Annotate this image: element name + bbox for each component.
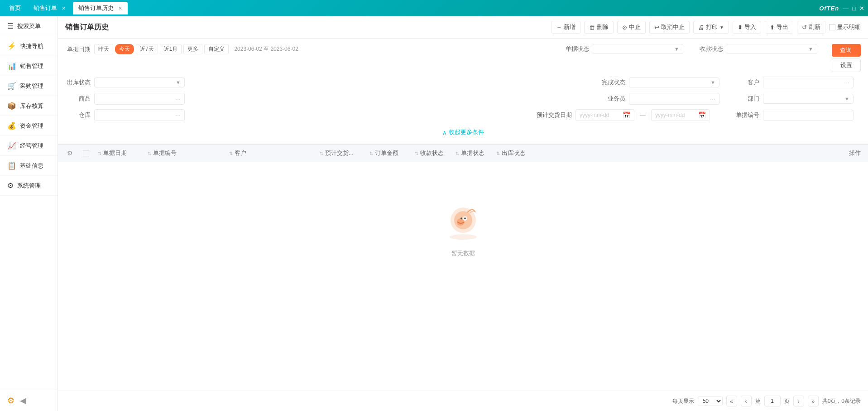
salesperson-ellipsis-icon[interactable]: ···	[710, 95, 715, 102]
import-button[interactable]: ⬇ 导入	[733, 21, 761, 34]
salesperson-input[interactable]: ···	[629, 93, 719, 105]
th-bill-status[interactable]: ⇅ 单据状态	[452, 149, 493, 157]
delete-button[interactable]: 🗑 删除	[584, 21, 614, 34]
yesterday-btn[interactable]: 昨天	[94, 44, 113, 54]
collapse-button[interactable]: ∧ 收起更多条件	[441, 126, 486, 138]
th-amount[interactable]: ⇅ 订单金额	[366, 149, 411, 157]
receipt-status-select[interactable]: ▼	[727, 44, 817, 54]
cancel-stop-button[interactable]: ↩ 取消中止	[649, 21, 690, 34]
sidebar-item-operations[interactable]: 📈 经营管理	[0, 136, 58, 156]
filter-area: 单据日期 昨天 今天 近7天 近1月 更多 自定义 2023-06-02 至 2…	[58, 39, 868, 144]
tab-sales-order[interactable]: 销售订单 ✕	[28, 2, 71, 15]
th-out-status[interactable]: ⇅ 出库状态	[493, 149, 533, 157]
maximize-icon[interactable]: □	[852, 5, 856, 12]
new-icon: ＋	[556, 23, 562, 31]
page-input[interactable]	[764, 396, 781, 406]
tab-home-label: 首页	[9, 4, 21, 12]
sidebar-item-sys-mgmt[interactable]: ⚙ 系统管理	[0, 176, 58, 196]
today-btn[interactable]: 今天	[115, 44, 134, 54]
display-detail-checkbox[interactable]	[829, 24, 835, 30]
display-detail-toggle[interactable]: 显示明细	[829, 23, 861, 31]
th-bill-no[interactable]: ⇅ 单据编号	[144, 149, 225, 157]
warehouse-input[interactable]: ···	[94, 109, 185, 121]
export-button[interactable]: ⬆ 导出	[765, 21, 793, 34]
delivery-date-to[interactable]: yyyy-mm-dd 📅	[651, 109, 710, 121]
bill-no-input[interactable]	[763, 110, 854, 121]
tab-sales-order-history[interactable]: 销售订单历史 ✕	[73, 2, 128, 15]
next-page-button[interactable]: ›	[793, 396, 804, 406]
minimize-icon[interactable]: —	[843, 5, 849, 12]
th-settings[interactable]: ⚙	[62, 150, 78, 157]
th-customer[interactable]: ⇅ 客户	[225, 149, 316, 157]
complete-status-select[interactable]: ▼	[629, 77, 719, 87]
dept-select[interactable]: ▼	[763, 94, 854, 104]
th-date[interactable]: ⇅ 单据日期	[94, 149, 144, 157]
collapse-label: 收起更多条件	[449, 128, 484, 136]
export-icon: ⬆	[770, 24, 775, 31]
select-all-checkbox[interactable]	[83, 150, 89, 156]
print-button[interactable]: 🖨 打印 ▼	[693, 21, 729, 34]
delete-icon: 🗑	[589, 24, 595, 31]
product-input[interactable]: ···	[94, 93, 185, 105]
action-buttons: 查询 设置	[832, 44, 861, 72]
th-bill-no-label: 单据编号	[153, 149, 177, 157]
out-status-label: 出库状态	[65, 78, 91, 87]
bill-status-select[interactable]: ▼	[593, 44, 683, 54]
display-detail-label-text: 显示明细	[837, 23, 861, 31]
custom-btn[interactable]: 自定义	[204, 44, 229, 54]
tab-sales-order-label: 销售订单	[34, 4, 57, 12]
th-receipt-status[interactable]: ⇅ 收款状态	[411, 149, 452, 157]
stop-label: 中止	[629, 23, 641, 31]
sidebar-item-basic-info-label: 基础信息	[20, 162, 43, 170]
customer-input[interactable]: ···	[763, 77, 854, 88]
search-button[interactable]: 查询	[832, 44, 861, 57]
sidebar-item-inventory[interactable]: 📦 库存核算	[0, 96, 58, 116]
delivery-date-from[interactable]: yyyy-mm-dd 📅	[575, 109, 634, 121]
calendar-from-icon[interactable]: 📅	[623, 111, 630, 119]
sidebar-item-search-menu[interactable]: ☰ 搜索菜单	[0, 16, 58, 36]
sidebar-settings-icon[interactable]: ⚙	[7, 396, 14, 406]
th-delivery-date[interactable]: ⇅ 预计交货...	[316, 149, 366, 157]
complete-status-arrow-icon: ▼	[710, 80, 715, 85]
prev-page-button[interactable]: ‹	[741, 396, 752, 406]
customer-ellipsis-icon[interactable]: ···	[844, 79, 849, 86]
sidebar-item-basic-info[interactable]: 📋 基础信息	[0, 156, 58, 176]
sidebar-collapse-icon[interactable]: ◀	[20, 396, 26, 406]
sort-icon-8: ⇅	[496, 151, 500, 156]
tab-sales-order-close[interactable]: ✕	[62, 5, 66, 11]
sidebar-item-quick-nav[interactable]: ⚡ 快捷导航	[0, 36, 58, 56]
sidebar-item-purchase-mgmt[interactable]: 🛒 采购管理	[0, 76, 58, 96]
toolbar: ＋ 新增 🗑 删除 ⊘ 中止 ↩ 取消中止	[551, 21, 861, 34]
top-bar: 首页 销售订单 ✕ 销售订单历史 ✕ OfTEn — □ ✕	[0, 0, 868, 16]
last-page-button[interactable]: »	[808, 396, 819, 406]
sidebar-item-sales-mgmt[interactable]: 📊 销售管理	[0, 56, 58, 76]
tab-sales-order-history-label: 销售订单历史	[78, 4, 114, 12]
date-separator: —	[638, 112, 647, 119]
close-icon[interactable]: ✕	[859, 5, 864, 12]
new-button[interactable]: ＋ 新增	[551, 21, 580, 34]
refresh-button[interactable]: ↺ 刷新	[797, 21, 825, 34]
product-ellipsis-icon[interactable]: ···	[175, 95, 181, 102]
stop-button[interactable]: ⊘ 中止	[617, 21, 646, 34]
out-status-select[interactable]: ▼	[94, 77, 185, 87]
th-checkbox[interactable]	[78, 150, 94, 156]
stop-icon: ⊘	[622, 24, 627, 31]
sidebar-item-operations-label: 经营管理	[20, 142, 43, 150]
import-icon: ⬇	[738, 24, 743, 31]
delivery-date-label: 预计交货日期	[537, 111, 572, 119]
tab-sales-order-history-close[interactable]: ✕	[118, 5, 122, 11]
last1m-btn[interactable]: 近1月	[160, 44, 182, 54]
more-btn[interactable]: 更多	[183, 44, 202, 54]
last7-btn[interactable]: 近7天	[136, 44, 158, 54]
calendar-to-icon[interactable]: 📅	[698, 111, 706, 119]
print-label: 打印	[706, 23, 718, 31]
settings-gear-icon[interactable]: ⚙	[67, 150, 73, 157]
sort-icon-5: ⇅	[369, 151, 373, 156]
sidebar-item-finance[interactable]: 💰 资金管理	[0, 116, 58, 136]
th-out-status-label: 出库状态	[502, 149, 525, 157]
settings-button[interactable]: 设置	[832, 58, 861, 72]
page-size-select[interactable]: 50 10 20 100	[698, 396, 723, 406]
tab-home[interactable]: 首页	[4, 2, 26, 15]
first-page-button[interactable]: «	[726, 396, 737, 406]
warehouse-ellipsis-icon[interactable]: ···	[175, 111, 181, 119]
